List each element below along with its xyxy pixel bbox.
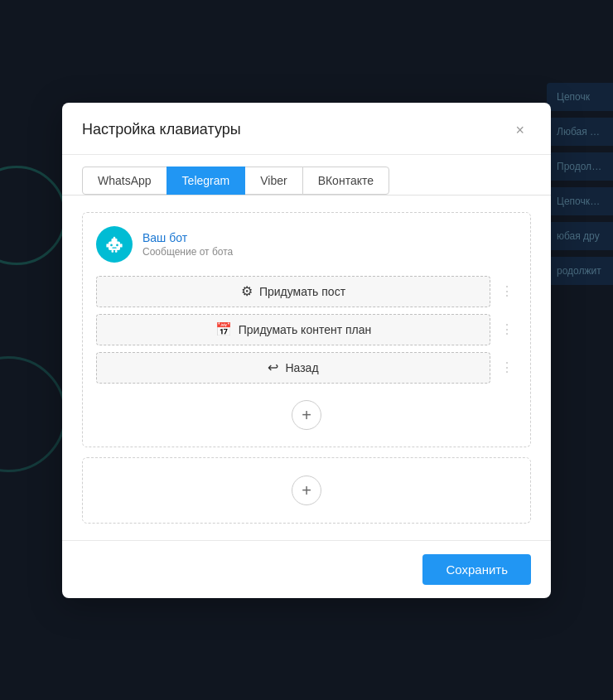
bot-info: Ваш бот Сообщение от бота — [142, 231, 233, 258]
keyboard-btn-3[interactable]: ↩ Назад — [96, 352, 490, 384]
robot-icon — [103, 233, 126, 256]
add-button-inner[interactable]: + — [292, 400, 321, 430]
bot-header: Ваш бот Сообщение от бота — [96, 226, 517, 263]
keyboard-btn-1[interactable]: ⚙ Придумать пост — [96, 276, 490, 307]
svg-rect-0 — [109, 241, 120, 250]
bot-subtitle: Сообщение от бота — [142, 246, 233, 258]
tab-bar: WhatsApp Telegram Viber ВКонтакте — [62, 155, 551, 196]
svg-rect-8 — [112, 250, 114, 253]
tab-vkontakte[interactable]: ВКонтакте — [302, 167, 389, 195]
second-section: + — [82, 457, 531, 524]
tab-whatsapp[interactable]: WhatsApp — [82, 167, 167, 195]
modal-title: Настройка клавиатуры — [82, 121, 241, 138]
keyboard-btn-1-label: Придумать пост — [259, 285, 345, 298]
drag-handle-3[interactable]: ⋮ — [497, 356, 517, 379]
bot-name: Ваш бот — [142, 231, 233, 244]
avatar — [96, 226, 133, 263]
add-button-row-inner: + — [96, 390, 517, 433]
keyboard-btn-2[interactable]: 📅 Придумать контент план — [96, 314, 490, 345]
keyboard-button-row-3: ↩ Назад ⋮ — [96, 352, 517, 384]
tab-viber[interactable]: Viber — [244, 167, 302, 195]
keyboard-button-row-2: 📅 Придумать контент план ⋮ — [96, 314, 517, 345]
modal-dialog: Настройка клавиатуры × WhatsApp Telegram… — [62, 103, 551, 598]
svg-rect-1 — [112, 239, 118, 242]
svg-rect-7 — [120, 244, 123, 247]
svg-point-3 — [110, 244, 113, 246]
bot-card: Ваш бот Сообщение от бота ⚙ Придумать по… — [82, 212, 531, 447]
svg-rect-5 — [112, 247, 116, 248]
svg-rect-6 — [106, 244, 109, 247]
save-button[interactable]: Сохранить — [422, 554, 531, 585]
modal-body: Ваш бот Сообщение от бота ⚙ Придумать по… — [62, 196, 551, 540]
modal-header: Настройка клавиатуры × — [62, 103, 551, 155]
keyboard-btn-3-label: Назад — [285, 361, 318, 374]
gear-icon: ⚙ — [241, 285, 253, 298]
modal-close-button[interactable]: × — [509, 119, 531, 141]
svg-point-2 — [113, 236, 116, 239]
svg-point-4 — [116, 244, 118, 246]
keyboard-button-row-1: ⚙ Придумать пост ⋮ — [96, 276, 517, 307]
tab-telegram[interactable]: Telegram — [167, 167, 246, 195]
drag-handle-1[interactable]: ⋮ — [497, 280, 517, 302]
add-button-outer[interactable]: + — [292, 476, 321, 505]
back-icon: ↩ — [268, 361, 278, 374]
modal-footer: Сохранить — [62, 540, 551, 598]
modal-overlay: Настройка клавиатуры × WhatsApp Telegram… — [0, 0, 613, 700]
svg-rect-9 — [115, 250, 118, 253]
drag-handle-2[interactable]: ⋮ — [497, 318, 517, 340]
keyboard-btn-2-label: Придумать контент план — [239, 323, 372, 336]
calendar-icon: 📅 — [215, 323, 232, 336]
